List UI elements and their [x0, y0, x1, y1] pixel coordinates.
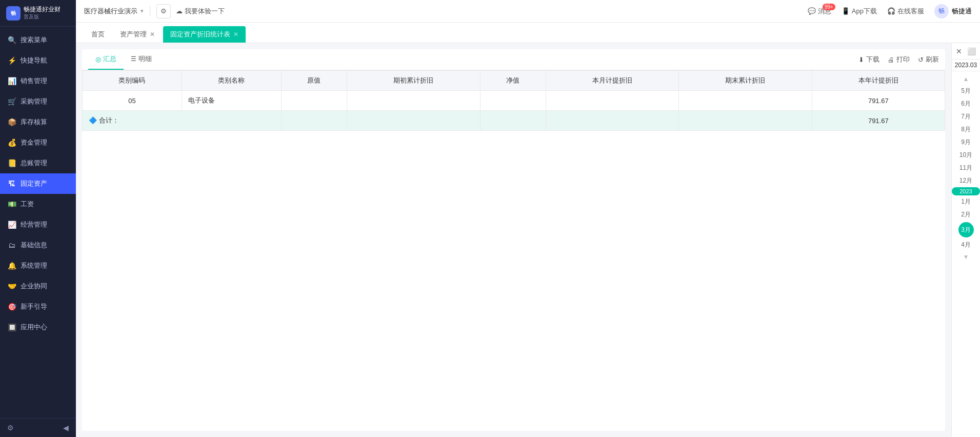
logo-icon: 畅 [6, 6, 21, 21]
download-icon: ⬇ [858, 56, 864, 64]
tab-asset-mgmt[interactable]: 资产管理✕ [113, 26, 162, 43]
username: 畅捷通 [952, 7, 972, 16]
sum-period-end [679, 111, 812, 131]
sidebar-nav: 🔍 搜索菜单 ⚡ 快捷导航 📊 销售管理 🛒 采购管理 📦 库存核算 💰 资金管… [0, 27, 76, 418]
collapse-icon[interactable]: ◀ [63, 424, 69, 432]
sidebar-item-purchase[interactable]: 🛒 采购管理 [0, 91, 76, 112]
app-download-button[interactable]: 📱 App下载 [842, 7, 877, 16]
experience-label: 我要体验一下 [185, 7, 225, 16]
col-monthly: 本月计提折旧 [546, 71, 678, 91]
cell-period-end [679, 91, 812, 111]
experience-button[interactable]: ☁ 我要体验一下 [176, 7, 225, 16]
col-initial-accumulated: 期初累计折旧 [347, 71, 480, 91]
sidebar-item-funds[interactable]: 💰 资金管理 [0, 132, 76, 153]
online-service-button[interactable]: 🎧 在线客服 [887, 7, 924, 16]
tab-label-depreciation-stats: 固定资产折旧统计表 [170, 30, 230, 39]
print-icon: 🖨 [888, 56, 894, 64]
nav-label-ledger: 总账管理 [21, 158, 47, 168]
nav-label-quick-nav: 快捷导航 [21, 56, 47, 65]
sidebar-item-salary[interactable]: 💵 工资 [0, 194, 76, 214]
scroll-down-button[interactable]: ▼ [952, 251, 980, 263]
month-label[interactable]: 8月 [952, 123, 980, 136]
settings-icon[interactable]: ⚙ [7, 424, 14, 432]
sidebar-item-quick-nav[interactable]: ⚡ 快捷导航 [0, 50, 76, 71]
sidebar-item-operations[interactable]: 📈 经营管理 [0, 214, 76, 235]
col-name: 类别名称 [182, 71, 281, 91]
sidebar-item-basic-info[interactable]: 🗂 基础信息 [0, 235, 76, 255]
print-button[interactable]: 🖨 打印 [888, 55, 910, 64]
month-item[interactable]: 2月 [952, 208, 980, 221]
month-label[interactable]: 7月 [952, 110, 980, 123]
sidebar-item-guide[interactable]: 🎯 新手引导 [0, 296, 76, 317]
table-row[interactable]: 05 电子设备 791.67 [83, 91, 945, 111]
user-menu[interactable]: 畅 畅捷通 [934, 4, 972, 18]
sum-original [281, 111, 347, 131]
month-label[interactable]: 6月 [952, 97, 980, 110]
sum-label: 🔷合计： [83, 111, 282, 131]
sidebar-item-sales[interactable]: 📊 销售管理 [0, 71, 76, 91]
scroll-up-button[interactable]: ▲ [952, 73, 980, 85]
company-selector[interactable]: 医疗器械行业演示 ▾ [84, 7, 144, 16]
download-label: 下载 [866, 55, 879, 64]
logo-subtitle: 普及版 [24, 13, 61, 21]
month-label[interactable]: 5月 [952, 85, 980, 97]
refresh-icon: ↺ [918, 56, 924, 64]
month-item[interactable]: 1月 [952, 195, 980, 208]
col-net-value: 净值 [480, 71, 546, 91]
tab-label-asset-mgmt: 资产管理 [120, 30, 147, 39]
nav-label-funds: 资金管理 [21, 138, 47, 147]
tab-home[interactable]: 首页 [84, 26, 112, 43]
current-period: 2023.03 [952, 59, 980, 71]
nav-icon-sales: 📊 [7, 76, 16, 86]
sum-monthly [546, 111, 678, 131]
topbar-divider [150, 6, 150, 16]
dropdown-icon: ▾ [141, 8, 144, 14]
expand-icon[interactable]: ⬜ [967, 47, 976, 55]
right-panel-scroll[interactable]: ▲5月6月7月8月9月10月11月12月20231月2月3月4月▼ [952, 71, 980, 437]
close-icon[interactable]: ✕ [956, 47, 962, 55]
message-button[interactable]: 💬 消息 99+ [808, 7, 831, 16]
nav-label-enterprise: 企业协同 [21, 282, 47, 291]
month-label[interactable]: 12月 [952, 174, 980, 187]
tab-depreciation-stats[interactable]: 固定资产折旧统计表✕ [163, 26, 246, 43]
cell-name: 电子设备 [182, 91, 281, 111]
gear-icon: ⚙ [161, 7, 167, 15]
topbar-settings-button[interactable]: ⚙ [156, 4, 171, 18]
year-label-2023[interactable]: 2023 [952, 187, 980, 195]
refresh-button[interactable]: ↺ 刷新 [918, 55, 939, 64]
nav-icon-inventory: 📦 [7, 117, 16, 127]
tab-close-depreciation-stats[interactable]: ✕ [233, 31, 238, 37]
nav-label-operations: 经营管理 [21, 220, 47, 229]
nav-label-app-center: 应用中心 [21, 323, 47, 332]
tab-label-home: 首页 [91, 30, 105, 39]
month-label[interactable]: 9月 [952, 136, 980, 149]
tab-close-asset-mgmt[interactable]: ✕ [150, 31, 155, 37]
month-label[interactable]: 10月 [952, 149, 980, 162]
sidebar-item-app-center[interactable]: 🔲 应用中心 [0, 317, 76, 337]
tab-summary[interactable]: ◎ 汇总 [88, 49, 124, 70]
month-label[interactable]: 11月 [952, 162, 980, 174]
nav-icon-ledger: 📒 [7, 158, 16, 168]
month-item[interactable]: 4月 [952, 239, 980, 251]
download-button[interactable]: ⬇ 下载 [858, 55, 879, 64]
sum-annual: 791.67 [812, 111, 945, 131]
nav-label-guide: 新手引导 [21, 302, 47, 311]
nav-label-fixed-assets: 固定资产 [21, 179, 47, 188]
sidebar-item-enterprise[interactable]: 🤝 企业协同 [0, 276, 76, 296]
right-panel-header: ✕ ⬜ [952, 43, 980, 59]
subtab-bar: ◎ 汇总 ☰ 明细 ⬇ 下载 🖨 打印 [82, 49, 945, 70]
detail-tab-icon: ☰ [131, 55, 136, 63]
sidebar-item-inventory[interactable]: 📦 库存核算 [0, 112, 76, 132]
month-item[interactable]: 3月 [958, 222, 974, 237]
sidebar-item-ledger[interactable]: 📒 总账管理 [0, 153, 76, 173]
tab-detail[interactable]: ☰ 明细 [124, 49, 159, 70]
message-icon: 💬 [808, 7, 816, 15]
sum-net [480, 111, 546, 131]
sidebar-item-sys-mgmt[interactable]: 🔔 系统管理 [0, 255, 76, 276]
nav-icon-app-center: 🔲 [7, 323, 16, 332]
sidebar-item-fixed-assets[interactable]: 🏗 固定资产 [0, 173, 76, 194]
sum-initial [347, 111, 480, 131]
col-annual: 本年计提折旧 [812, 71, 945, 91]
sidebar-item-search[interactable]: 🔍 搜索菜单 [0, 30, 76, 50]
nav-icon-purchase: 🛒 [7, 97, 16, 106]
